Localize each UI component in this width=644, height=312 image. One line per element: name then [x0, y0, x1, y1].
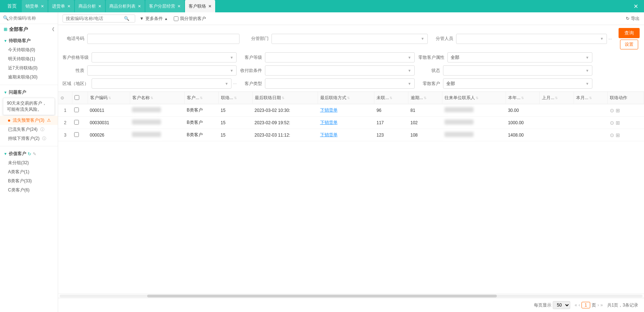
my-customers-checkbox[interactable]	[174, 16, 178, 21]
tab-product-analysis-list[interactable]: 商品分析列表 ✕	[106, 0, 145, 12]
sort-type-icon[interactable]: ⇅	[200, 96, 203, 100]
more-action-icon-2[interactable]: ⊞	[616, 120, 620, 126]
filter-retail-attr-select[interactable]: 全部 ▼	[447, 52, 592, 62]
close-tab-customer-contact[interactable]: ✕	[208, 4, 212, 9]
tab-sales-order[interactable]: 销货单 ✕	[22, 0, 48, 12]
select-all-checkbox[interactable]	[75, 95, 79, 100]
sort-this-month-icon[interactable]: ⇅	[589, 96, 592, 100]
sidebar-item-ungrouped[interactable]: 未分组(32)	[0, 158, 58, 167]
page-size-select[interactable]: 50	[553, 301, 570, 309]
close-tab-sales-order[interactable]: ✕	[41, 4, 44, 9]
row-last-type-1[interactable]: 下销货单	[318, 104, 374, 117]
filter-price-level-select[interactable]: ▼	[92, 52, 237, 62]
sidebar-item-tomorrow-contact[interactable]: 明天待联络(1)	[0, 54, 58, 64]
table-settings-icon[interactable]: ⚙	[60, 96, 64, 101]
more-conditions-button[interactable]: ▼ 更多条件 ▲	[140, 16, 168, 22]
filter-dept-select[interactable]: ▼	[271, 34, 427, 44]
th-settings[interactable]: ⚙	[58, 92, 72, 104]
sort-last-month-icon[interactable]: ⇅	[555, 96, 558, 100]
manager-more-button[interactable]: ···	[608, 36, 612, 41]
filter-nature-select[interactable]: ▼	[87, 65, 237, 76]
sort-no-contact-icon[interactable]: ⇅	[390, 96, 393, 100]
tab-product-analysis[interactable]: 商品分析 ✕	[75, 0, 105, 12]
row-checkbox-2[interactable]	[72, 117, 88, 129]
row-action-1: ⊙ ⊞	[608, 104, 644, 117]
sort-code-icon[interactable]: ⇅	[108, 96, 111, 100]
window-close-button[interactable]: ✕	[631, 3, 641, 10]
prev-page-button[interactable]: ‹	[579, 303, 580, 308]
sidebar-item-declining[interactable]: 持续下滑客户(2) ⓘ	[0, 134, 58, 143]
close-tab-product-analysis-list[interactable]: ✕	[138, 4, 141, 9]
sort-overdue-icon[interactable]: ⇅	[424, 96, 427, 100]
close-tab-customer-segment[interactable]: ✕	[177, 4, 181, 9]
row-checkbox-1[interactable]	[72, 104, 88, 117]
tab-customer-contact[interactable]: 客户联络 ✕	[185, 0, 215, 12]
edit-icon[interactable]: ✎	[33, 151, 36, 157]
sidebar-section-value-header[interactable]: ▼ 价值客户 ↻ ✎	[0, 149, 58, 158]
scrollbar-thumb[interactable]	[147, 295, 497, 297]
filter-customer-type-select[interactable]: ▼	[265, 78, 414, 89]
row-last-type-3[interactable]: 下销货单	[318, 129, 374, 141]
region-more-button[interactable]: ···	[233, 81, 237, 86]
sort-last-type-icon[interactable]: ⇅	[347, 96, 350, 100]
sidebar-item-churn-warning[interactable]: 流失预警客户(3) ⚠	[0, 116, 58, 125]
filter-search-input[interactable]	[66, 16, 124, 21]
filter-payment-select[interactable]: ▼	[265, 65, 414, 76]
sidebar-section-pending-header[interactable]: ▼ 待联络客户	[0, 36, 58, 45]
filter-status-select[interactable]: ▼	[443, 65, 592, 76]
row-last-type-2[interactable]: 下销货单	[318, 117, 374, 129]
tab-purchase-order[interactable]: 进货单 ✕	[48, 0, 74, 12]
filter-search-icon[interactable]: 🔍	[124, 16, 129, 21]
sort-this-year-icon[interactable]: ⇅	[521, 96, 524, 100]
export-button[interactable]: ↻ 导出	[626, 16, 640, 22]
more-action-icon-3[interactable]: ⊞	[616, 132, 620, 138]
row-last-date-3: 2023-02-03 11:12:	[252, 129, 318, 141]
row-checkbox-3[interactable]	[72, 129, 88, 141]
th-overdue: 逾期...⇅	[408, 92, 442, 104]
sort-name-icon[interactable]: ⇅	[150, 96, 153, 100]
current-page-input[interactable]: 1	[581, 302, 590, 308]
contact-action-icon-2[interactable]: ⊙	[610, 120, 614, 126]
sidebar-item-overdue-contact[interactable]: 逾期未联络(30)	[0, 73, 58, 82]
sidebar-item-class-c[interactable]: C类客户(6)	[0, 186, 58, 195]
contact-action-icon-3[interactable]: ⊙	[610, 132, 614, 138]
refresh-icon[interactable]: ↻	[28, 151, 31, 157]
sort-last-date-icon[interactable]: ⇅	[282, 96, 285, 100]
row-this-year-3: 1408.00	[506, 129, 540, 141]
horizontal-scrollbar[interactable]	[58, 293, 644, 298]
filter-phone-input[interactable]	[87, 34, 240, 44]
sidebar-search-box[interactable]: 🔍	[0, 12, 58, 24]
th-last-date: 最后联络日期⇅	[252, 92, 318, 104]
query-button[interactable]: 查询	[619, 28, 640, 38]
sidebar-item-class-b[interactable]: B类客户(33)	[0, 177, 58, 186]
tab-customer-segment[interactable]: 客户分层经营 ✕	[145, 0, 184, 12]
sidebar-section-problem-header[interactable]: ▼ 问题客户	[0, 88, 58, 97]
sort-contact-person-icon[interactable]: ⇅	[476, 96, 479, 100]
filter-customer-grade-select[interactable]: ▼	[265, 52, 414, 62]
filter-retail-customer-select[interactable]: 全部 ▼	[443, 78, 592, 89]
more-action-icon-1[interactable]: ⊞	[616, 108, 620, 113]
th-checkbox[interactable]	[72, 92, 88, 104]
customer-grade-dropdown-icon: ▼	[408, 56, 411, 60]
sidebar-item-class-a[interactable]: A类客户(1)	[0, 167, 58, 177]
filter-region-select[interactable]: ▼	[92, 78, 232, 89]
filter-manager-select[interactable]: ▼	[456, 34, 607, 44]
contact-action-icon-1[interactable]: ⊙	[610, 108, 614, 113]
sidebar-item-today-contact[interactable]: 今天待联络(0)	[0, 45, 58, 54]
home-tab[interactable]: 首页	[3, 0, 21, 12]
my-customers-filter[interactable]: 我分管的客户	[174, 16, 206, 22]
first-page-button[interactable]: «	[575, 303, 577, 308]
last-page-button[interactable]: »	[600, 303, 603, 308]
sort-contact-icon[interactable]: ⇅	[234, 96, 237, 100]
settings-button[interactable]: 设置	[620, 40, 638, 49]
sidebar-all-customers[interactable]: ⊞ 全部客户 《	[0, 24, 58, 35]
close-tab-purchase-order[interactable]: ✕	[67, 4, 71, 9]
collapse-icon[interactable]: 《	[50, 27, 54, 33]
sidebar-item-week-contact[interactable]: 近7天待联络(0)	[0, 64, 58, 73]
next-page-button[interactable]: ›	[597, 303, 599, 308]
close-tab-product-analysis[interactable]: ✕	[98, 4, 101, 9]
scrollbar-track[interactable]	[60, 295, 643, 297]
sidebar-item-already-lost[interactable]: 已流失客户(24) ⓘ	[0, 125, 58, 134]
sidebar-search-input[interactable]	[9, 16, 58, 21]
filter-search-box[interactable]: 🔍	[63, 15, 135, 23]
